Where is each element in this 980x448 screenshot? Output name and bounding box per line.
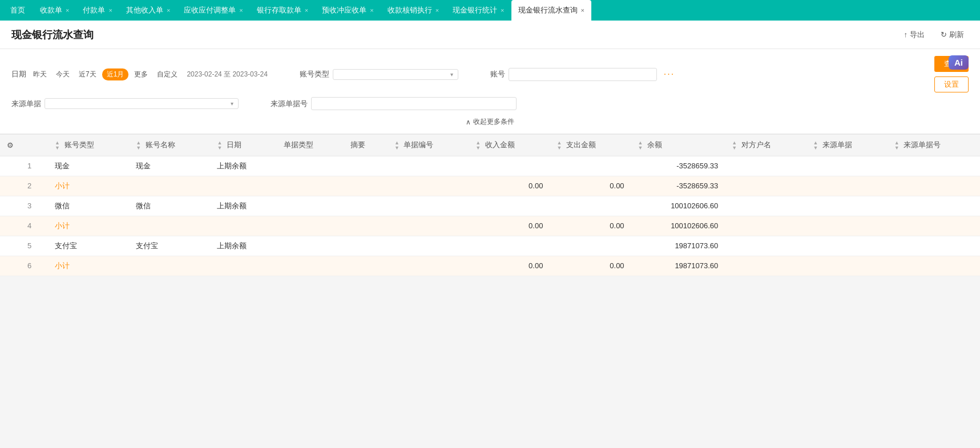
sort-icon: ▲▼ (556, 140, 562, 151)
source-doc-no-label: 来源单据号 (271, 99, 308, 109)
table-cell (0, 176, 21, 196)
column-income[interactable]: ▲▼ 收入金额 (469, 135, 550, 156)
date-btn-7days[interactable]: 近7天 (75, 68, 100, 80)
nav-tab-yushou[interactable]: 预收冲应收单 × (315, 0, 380, 21)
nav-tab-qitashouru[interactable]: 其他收入单 × (119, 0, 177, 21)
column-source-doc-no[interactable]: ▲▼ 来源单据号 (888, 135, 980, 156)
column-account-type[interactable]: ▲▼ 账号类型 (48, 135, 129, 156)
table-cell (344, 236, 388, 256)
collapse-bar[interactable]: ∧ 收起更多条件 (11, 115, 969, 129)
column-balance[interactable]: ▲▼ 余额 (631, 135, 725, 156)
table-cell (388, 216, 469, 236)
close-icon[interactable]: × (305, 7, 308, 14)
table-cell (129, 216, 210, 236)
table-cell: 上期余额 (210, 236, 277, 256)
table-cell (344, 216, 388, 236)
table-cell (725, 236, 806, 256)
close-icon[interactable]: × (239, 7, 243, 14)
account-input[interactable] (509, 68, 657, 81)
source-doc-filter: 来源单据 ▾ (11, 98, 239, 109)
table-cell (277, 256, 344, 276)
source-doc-no-filter: 来源单据号 (271, 97, 517, 110)
account-type-select[interactable]: ▾ (333, 69, 458, 80)
close-icon[interactable]: × (108, 7, 112, 14)
export-button[interactable]: ↑ 导出 (900, 27, 930, 42)
ai-assistant-badge[interactable]: Ai (949, 55, 969, 70)
nav-tab-liushui[interactable]: 现金银行流水查询 × (511, 0, 591, 21)
nav-tab-hexiao[interactable]: 收款核销执行 × (381, 0, 446, 21)
refresh-button[interactable]: ↻ 刷新 (936, 27, 969, 42)
sort-icon: ▲▼ (732, 140, 737, 151)
table-cell (344, 156, 388, 176)
nav-tab-tongji[interactable]: 现金银行统计 × (446, 0, 511, 21)
table-cell: 微信 (129, 196, 210, 216)
table-row[interactable]: 4小计0.000.00100102606.60 (0, 216, 980, 236)
table-cell (344, 256, 388, 276)
column-account-name[interactable]: ▲▼ 账号名称 (129, 135, 210, 156)
column-date[interactable]: ▲▼ 日期 (210, 135, 277, 156)
table-cell (0, 216, 21, 236)
date-btn-custom[interactable]: 自定义 (154, 68, 181, 80)
table-cell: 19871073.60 (631, 236, 725, 256)
table-cell (469, 196, 550, 216)
source-doc-select[interactable]: ▾ (45, 98, 239, 109)
refresh-icon: ↻ (941, 30, 947, 39)
table-cell (129, 176, 210, 196)
date-btn-1month[interactable]: 近1月 (102, 68, 129, 80)
table-cell (388, 256, 469, 276)
header-actions: ↑ 导出 ↻ 刷新 (900, 27, 969, 42)
filter-row-2: 来源单据 ▾ 来源单据号 (11, 97, 969, 110)
settings-button[interactable]: 设置 (934, 76, 969, 92)
table-row[interactable]: 1现金现金上期余额-3528659.33 (0, 156, 980, 176)
table-cell (277, 176, 344, 196)
date-shortcuts: 昨天 今天 近7天 近1月 更多 自定义 (30, 68, 181, 80)
table-cell: 上期余额 (210, 196, 277, 216)
nav-tab-yinhang[interactable]: 银行存取款单 × (250, 0, 315, 21)
close-icon[interactable]: × (435, 7, 439, 14)
table-row[interactable]: 3微信微信上期余额100102606.60 (0, 196, 980, 216)
gear-icon[interactable]: ⚙ (7, 141, 14, 150)
page-header: 现金银行流水查询 ↑ 导出 ↻ 刷新 (0, 21, 980, 49)
date-btn-today[interactable]: 今天 (53, 68, 73, 80)
column-counterparty[interactable]: ▲▼ 对方户名 (725, 135, 806, 156)
close-icon[interactable]: × (581, 7, 584, 14)
chevron-down-icon: ▾ (231, 100, 233, 107)
data-table-container: ⚙ ▲▼ 账号类型 ▲▼ 账号名称 ▲▼ 日期 单据类型 (0, 134, 980, 276)
column-doc-no[interactable]: ▲▼ 单据编号 (388, 135, 469, 156)
table-header-row: ⚙ ▲▼ 账号类型 ▲▼ 账号名称 ▲▼ 日期 单据类型 (0, 135, 980, 156)
column-doc-type: 单据类型 (277, 135, 344, 156)
table-cell (469, 236, 550, 256)
nav-home[interactable]: 首页 (2, 0, 33, 21)
table-cell: 支付宝 (129, 236, 210, 256)
table-row[interactable]: 6小计0.000.0019871073.60 (0, 256, 980, 276)
table-cell: 0.00 (550, 216, 631, 236)
table-cell: 1 (21, 156, 48, 176)
sort-icon: ▲▼ (813, 140, 818, 151)
close-icon[interactable]: × (167, 7, 170, 14)
table-row[interactable]: 2小计0.000.00-3528659.33 (0, 176, 980, 196)
close-icon[interactable]: × (66, 7, 69, 14)
close-icon[interactable]: × (370, 7, 373, 14)
table-cell (0, 196, 21, 216)
table-cell: 0.00 (550, 176, 631, 196)
column-expense[interactable]: ▲▼ 支出金额 (550, 135, 631, 156)
table-cell: 支付宝 (48, 236, 129, 256)
table-row[interactable]: 5支付宝支付宝上期余额19871073.60 (0, 236, 980, 256)
table-cell (0, 236, 21, 256)
nav-tab-shoukuan[interactable]: 收款单 × (33, 0, 76, 21)
nav-tab-fukuan[interactable]: 付款单 × (76, 0, 119, 21)
close-icon[interactable]: × (501, 7, 504, 14)
table-cell: 小计 (48, 256, 129, 276)
account-type-filter: 账号类型 ▾ (300, 69, 458, 80)
table-cell (550, 196, 631, 216)
table-cell (344, 196, 388, 216)
date-btn-yesterday[interactable]: 昨天 (30, 68, 50, 80)
table-cell (469, 156, 550, 176)
nav-tab-tiaozheng[interactable]: 应收应付调整单 × (177, 0, 249, 21)
dots-button[interactable]: ··· (660, 69, 678, 79)
date-btn-more[interactable]: 更多 (131, 68, 151, 80)
source-doc-no-input[interactable] (311, 97, 517, 110)
table-cell (129, 256, 210, 276)
table-cell: 6 (21, 256, 48, 276)
column-source-doc[interactable]: ▲▼ 来源单据 (806, 135, 888, 156)
